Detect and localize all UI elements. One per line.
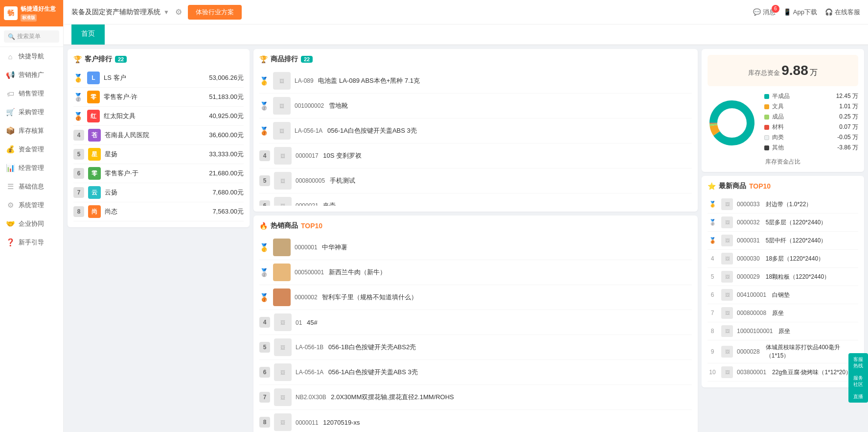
hot-product-img-2 bbox=[273, 264, 291, 281]
legend-dot-material bbox=[764, 125, 769, 130]
latest-product-item: 🥉 🖼 0000031 5层中纤（1220*2440） bbox=[708, 232, 858, 250]
customer-avatar-5: 星 bbox=[88, 148, 101, 161]
img-placeholder-icon: 🖼 bbox=[280, 420, 285, 425]
legend-value-finished: 0.25 万 bbox=[839, 113, 858, 121]
sidebar-item-label: 营销推广 bbox=[19, 71, 44, 79]
hot-products-card: 🔥 热销商品 TOP10 🥇 0000001 中华神薯 🥈 bbox=[253, 216, 698, 432]
product-name-4: 10S 变刹罗衩 bbox=[323, 152, 362, 159]
img-icon: 🖼 bbox=[725, 370, 730, 375]
product-code-5: 000800005 bbox=[296, 177, 325, 184]
online-service-btn[interactable]: 🎧 在线客服 bbox=[825, 8, 860, 17]
customer-rank-item: 🥈 零 零售客户·许 51,183.00元 bbox=[73, 88, 244, 107]
latest-product-item: 9 🖼 0000028 体城蔗枝味苏打饮品400毫升（1*15） bbox=[708, 340, 858, 363]
img-icon: 🖼 bbox=[725, 292, 730, 297]
sidebar-item-system[interactable]: ⚙ 系统管理 bbox=[0, 196, 63, 215]
float-btn-community[interactable]: 服务 社区 bbox=[848, 372, 868, 390]
tag-icon: 🏷 bbox=[6, 90, 15, 98]
hp-name-8: 12070519-xs bbox=[323, 419, 360, 426]
sidebar-item-purchase[interactable]: 🛒 采购管理 bbox=[0, 103, 63, 121]
latest-img-10: 🖼 bbox=[721, 366, 733, 378]
product-rank-item: 🥈 🖼 001000002 雪地靴 bbox=[259, 94, 692, 119]
sidebar-item-marketing[interactable]: 📢 营销推广 bbox=[0, 66, 63, 84]
latest-code-8: 10000100001 bbox=[737, 328, 773, 335]
search-input-area[interactable]: 🔍 搜索菜单 bbox=[4, 30, 59, 43]
inventory-card: 库存总资金 9.88 万 bbox=[702, 49, 864, 172]
float-btn-hotline[interactable]: 客服 热线 bbox=[848, 353, 868, 372]
latest-name-10: 22g鱼豆腐·烧烤味（1*12*20） bbox=[772, 368, 851, 377]
img-placeholder-icon: 🖼 bbox=[280, 178, 285, 184]
latest-name-9: 体城蔗枝味苏打饮品400毫升（1*15） bbox=[766, 343, 858, 360]
star-icon: ⭐ bbox=[708, 182, 716, 190]
tab-home[interactable]: 首页 bbox=[71, 24, 105, 45]
img-placeholder-icon: 🖼 bbox=[279, 128, 284, 134]
customer-amount-3: 40,925.00元 bbox=[209, 112, 244, 120]
product-code-6: 0000021 bbox=[296, 202, 319, 206]
img-icon: 🖼 bbox=[725, 274, 730, 279]
legend-dot-finished bbox=[764, 115, 769, 120]
sidebar-item-cooperation[interactable]: 🤝 企业协同 bbox=[0, 215, 63, 233]
latest-product-item: 🥈 🖼 0000032 5层多层（1220*2440） bbox=[708, 214, 858, 232]
latest-name-4: 18多层（1220*2440） bbox=[766, 255, 824, 263]
sidebar-search[interactable]: 🔍 搜索菜单 bbox=[0, 26, 63, 47]
hp-code-8: 0000011 bbox=[296, 419, 319, 426]
customer-amount-8: 7,563.00元 bbox=[212, 207, 244, 216]
settings-icon[interactable]: ⚙ bbox=[175, 7, 182, 17]
system-name[interactable]: 装备及固定资产辅助管理系统 ▼ bbox=[71, 8, 169, 17]
product-info-6: 0000021 夹壳 bbox=[296, 201, 692, 206]
legend-dot-semifinished bbox=[764, 94, 769, 99]
sidebar-item-sales[interactable]: 🏷 销售管理 bbox=[0, 84, 63, 103]
hot-product-img-7: 🖼 bbox=[274, 388, 292, 406]
sidebar-item-basic-info[interactable]: ☰ 基础信息 bbox=[0, 177, 63, 196]
sidebar-item-inventory[interactable]: 📦 库存核算 bbox=[0, 121, 63, 140]
customer-amount-6: 21,680.00元 bbox=[209, 169, 244, 178]
trial-btn[interactable]: 体验行业方案 bbox=[188, 5, 242, 20]
product-name-2: 雪地靴 bbox=[329, 102, 348, 109]
message-icon: 💬 bbox=[753, 8, 761, 16]
customer-name-4: 苍南县人民医院 bbox=[105, 131, 205, 140]
hot-product-item: 🥉 0000002 智利车子里（规格不知道填什么） bbox=[259, 285, 692, 310]
sidebar-item-operation[interactable]: 📊 经营管理 bbox=[0, 159, 63, 177]
latest-name-8: 原坐 bbox=[778, 327, 790, 336]
float-buttons: 客服 热线 服务 社区 直播 bbox=[848, 353, 868, 403]
legend-name-meat: 肉类 bbox=[772, 133, 834, 142]
sidebar-item-guide[interactable]: ❓ 新手引导 bbox=[0, 233, 63, 252]
img-placeholder-icon: 🖼 bbox=[280, 395, 285, 400]
app-download-btn[interactable]: 📱 App下载 bbox=[783, 8, 817, 17]
latest-products-title: ⭐ 最新商品 TOP10 bbox=[708, 182, 858, 191]
legend-value-other: -3.86 万 bbox=[837, 144, 858, 152]
hp-code-4: 01 bbox=[296, 319, 302, 326]
latest-code-10: 003800001 bbox=[737, 369, 766, 376]
product-img-1: 🖼 bbox=[273, 72, 291, 90]
latest-img-2: 🖼 bbox=[721, 216, 733, 228]
search-label: 搜索菜单 bbox=[17, 32, 41, 41]
latest-code-6: 004100001 bbox=[737, 291, 766, 298]
rank-num-p5: 5 bbox=[259, 175, 270, 186]
hot-product-info-8: 0000011 12070519-xs bbox=[296, 419, 692, 426]
content-area: 🏆 客户排行 22 🥇 L LS 客户 53,006.26元 🥈 零 零售客户·… bbox=[64, 45, 868, 432]
inventory-unit: 万 bbox=[810, 68, 818, 76]
hot-product-info-1: 0000001 中华神薯 bbox=[295, 243, 692, 252]
message-btn[interactable]: 💬 消息 6 bbox=[753, 8, 776, 17]
latest-code-2: 0000032 bbox=[737, 219, 760, 226]
money-icon: 💰 bbox=[6, 145, 15, 154]
sidebar: 畅 畅捷通好生意 标准版 🔍 搜索菜单 ⌂ 快捷导航 📢 营销推广 🏷 销售管理… bbox=[0, 0, 64, 432]
rank-num-h7: 7 bbox=[259, 392, 270, 403]
system-name-text: 装备及固定资产辅助管理系统 bbox=[71, 8, 160, 17]
sidebar-item-label: 系统管理 bbox=[19, 201, 44, 210]
legend-value-material: 0.07 万 bbox=[839, 123, 858, 131]
customer-avatar-8: 尚 bbox=[88, 205, 101, 218]
img-placeholder-icon: 🖼 bbox=[280, 203, 285, 206]
sidebar-item-quick-nav[interactable]: ⌂ 快捷导航 bbox=[0, 47, 63, 66]
legend-dot-stationery bbox=[764, 104, 769, 109]
latest-products-label: 最新商品 bbox=[719, 182, 746, 191]
rank-num-5: 5 bbox=[73, 149, 84, 160]
img-placeholder-icon: 🖼 bbox=[279, 103, 284, 109]
customer-name-5: 星扬 bbox=[105, 150, 205, 159]
sidebar-item-finance[interactable]: 💰 资金管理 bbox=[0, 140, 63, 159]
product-ranking-label: 商品排行 bbox=[271, 55, 298, 64]
sidebar-item-label: 采购管理 bbox=[19, 108, 44, 117]
customer-ranking-label: 客户排行 bbox=[85, 55, 112, 64]
float-btn-live[interactable]: 直播 bbox=[848, 390, 868, 403]
headset-icon: 🎧 bbox=[825, 8, 833, 16]
product-name-5: 手机测试 bbox=[330, 177, 355, 184]
